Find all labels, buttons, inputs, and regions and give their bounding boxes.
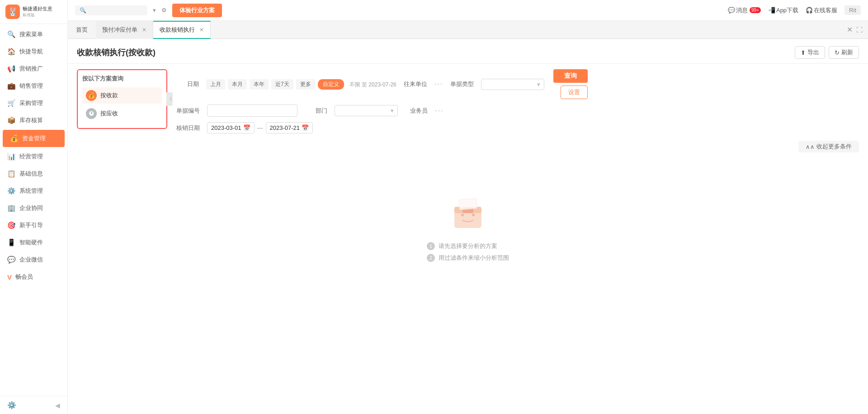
sales-icon: 💼 [7,82,16,90]
sidebar-item-label: 快捷导航 [19,48,43,56]
topbar-gear-icon[interactable]: ⚙ [161,7,167,14]
message-link[interactable]: 💬 消息 99+ [728,6,761,14]
sidebar-item-label: 企业协同 [19,204,43,212]
filter-actions: 查询 设置 [552,69,588,99]
sidebar-item-label: 畅会员 [15,273,33,281]
query-button[interactable]: 查询 [553,69,588,83]
settings-icon[interactable]: ⚙️ [7,401,16,409]
doc-num-input[interactable] [207,105,297,117]
date-btn-this-month[interactable]: 本月 [228,79,247,90]
filter-panel-collapse-btn[interactable]: 《 [166,92,173,106]
page-header: 收款核销执行(按收款) ⬆ 导出 ↻ 刷新 [68,39,868,64]
app-download-link[interactable]: 📲 App下载 [768,6,798,14]
date-btn-last-month[interactable]: 上月 [206,79,225,90]
tab-home[interactable]: 首页 [70,26,94,34]
refresh-button[interactable]: ↻ 刷新 [829,46,859,59]
sidebar-item-quicknav[interactable]: 🏠 快捷导航 [0,43,67,60]
tab-prepay-label: 预付冲应付单 [102,26,137,34]
sidebar-item-system[interactable]: ⚙️ 系统管理 [0,182,67,200]
basic-icon: 📋 [7,170,16,178]
message-badge: 99+ [750,7,761,13]
collab-icon: 🏢 [7,204,16,212]
topbar-right: 💬 消息 99+ 📲 App下载 🎧 在线客服 Rit [728,5,861,15]
empty-hint-2: 2 用过滤条件来缩小分析范围 [427,254,509,262]
topbar-dropdown-icon[interactable]: ▾ [153,7,156,14]
sidebar-item-search[interactable]: 🔍 搜索菜单 [0,26,67,43]
close-window-icon[interactable]: ✕ [847,25,853,34]
date-range-separator: — [257,124,263,131]
sidebar-item-member[interactable]: V 畅会员 [0,268,67,286]
export-label: 导出 [807,48,819,57]
sidebar-item-inventory[interactable]: 📦 库存核算 [0,112,67,129]
collapse-more-btn[interactable]: ∧∧ 收起更多条件 [798,141,859,152]
tab-receivable[interactable]: 收款核销执行 ✕ [153,21,211,39]
filter-row-1: 日期 上月 本月 本年 近7天 更多 自定义 不限 至 2023-07-26 往… [176,69,859,99]
empty-state: 1 请先选择要分析的方案 2 用过滤条件来缩小分析范围 [68,162,868,289]
date-shortcuts: 上月 本月 本年 近7天 更多 自定义 不限 至 2023-07-26 [206,79,396,90]
sidebar-item-purchase[interactable]: 🛒 采购管理 [0,95,67,112]
collapse-more-label: 收起更多条件 [816,143,852,151]
sidebar-item-guide[interactable]: 🎯 新手引导 [0,217,67,234]
filter-option-by-receivable[interactable]: 🕐 按应收 [82,105,162,122]
tab-prepay-close[interactable]: ✕ [142,27,146,33]
calendar-start-icon[interactable]: 📅 [243,124,250,131]
user-name[interactable]: Rit [844,5,861,15]
calendar-end-icon[interactable]: 📅 [302,124,309,131]
doc-type-arrow-icon: ▾ [537,81,540,88]
filter-row-3: 核销日期 2023-03-01 📅 — 2023-07-21 📅 [176,122,859,133]
app-name: 畅捷通好生意 标准版 [23,5,52,18]
hardware-icon: 📱 [7,238,16,247]
message-icon: 💬 [728,7,735,14]
sidebar-item-collab[interactable]: 🏢 企业协同 [0,200,67,217]
tabbar-actions: ✕ ⛶ [847,25,868,34]
sidebar-item-wechat[interactable]: 💬 企业微信 [0,251,67,268]
receipt-option-icon: 💰 [86,90,97,101]
sidebar-item-label: 资金管理 [22,134,46,143]
member-icon: V [7,273,12,281]
sidebar-item-label: 营销推广 [19,65,43,73]
hint-text-2: 用过滤条件来缩小分析范围 [439,254,509,262]
svg-point-4 [472,214,475,216]
sidebar-item-basic[interactable]: 📋 基础信息 [0,165,67,182]
logo-icon: 🐰 [5,5,20,19]
date-btn-7days[interactable]: 近7天 [271,79,293,90]
date-btn-custom[interactable]: 自定义 [318,79,344,90]
sidebar-item-hardware[interactable]: 📱 智能硬件 [0,234,67,251]
doc-type-select[interactable]: ▾ [481,79,544,90]
date-filter-label: 日期 [176,80,199,88]
doc-num-label: 单据编号 [176,107,200,115]
collapse-more-icon: ∧∧ [806,143,815,150]
collapse-sidebar-btn[interactable]: ◀︎ [55,402,60,409]
date-btn-more[interactable]: 更多 [296,79,315,90]
maximize-window-icon[interactable]: ⛶ [856,26,863,33]
staff-picker-btn[interactable]: ··· [435,107,443,115]
dept-select[interactable]: ▾ [335,105,398,116]
date-btn-this-year[interactable]: 本年 [250,79,269,90]
tab-prepay[interactable]: 预付冲应付单 ✕ [96,21,153,39]
receivable-option-icon: 🕐 [86,108,97,119]
online-service-link[interactable]: 🎧 在线客服 [806,6,837,14]
sidebar-item-marketing[interactable]: 📢 营销推广 [0,60,67,77]
industry-solution-button[interactable]: 体验行业方案 [172,4,222,17]
filter-option-by-receipt[interactable]: 💰 按收款 [82,87,162,104]
verify-date-end-wrap[interactable]: 2023-07-21 📅 [266,122,313,133]
export-button[interactable]: ⬆ 导出 [795,46,825,59]
refresh-label: 刷新 [841,48,853,57]
verify-date-start-wrap[interactable]: 2023-03-01 📅 [207,122,255,133]
main-container: 🔍 ▾ ⚙ 体验行业方案 💬 消息 99+ 📲 App下载 🎧 在线客服 Rit… [68,0,868,414]
app-logo: 🐰 畅捷通好生意 标准版 [0,0,67,24]
setting-button[interactable]: 设置 [561,86,588,99]
download-icon: 📲 [768,7,775,14]
refresh-icon: ↻ [835,49,840,56]
tab-receivable-close[interactable]: ✕ [199,27,204,33]
empty-illustration [445,190,491,235]
empty-hints: 1 请先选择要分析的方案 2 用过滤条件来缩小分析范围 [427,242,509,262]
topbar-search-icon: 🔍 [80,7,86,14]
sidebar-item-operations[interactable]: 📊 经营管理 [0,148,67,165]
topbar-search[interactable]: 🔍 [75,5,147,15]
sidebar-item-finance[interactable]: 💰 资金管理 [3,130,65,147]
filter-right: 日期 上月 本月 本年 近7天 更多 自定义 不限 至 2023-07-26 往… [176,69,859,157]
sidebar-item-sales[interactable]: 💼 销售管理 [0,77,67,95]
partner-picker-btn[interactable]: ··· [434,80,443,88]
page-content: 收款核销执行(按收款) ⬆ 导出 ↻ 刷新 按以下方案查询 💰 按收款 [68,39,868,414]
